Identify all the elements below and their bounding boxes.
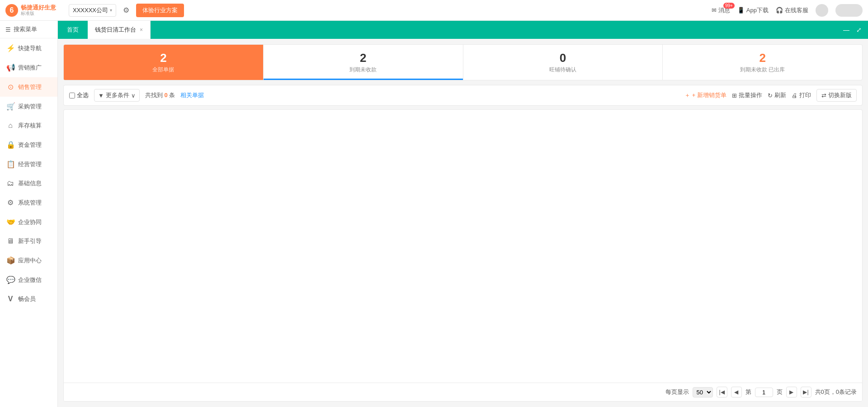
stat-card-overdue-unpaid[interactable]: 2 到期未收款 — [264, 45, 463, 80]
stat-count-pending: 0 — [472, 51, 654, 65]
company-name: XXXXXX公司 — [73, 6, 108, 14]
sidebar-item-marketing[interactable]: 📢 营销推广 — [0, 58, 57, 77]
header-left: 6 畅捷通好生意 标准版 XXXXXX公司 ▾ ⚙ 体验行业方案 — [5, 4, 184, 17]
switch-version-button[interactable]: ⇄ 切换新版 — [816, 89, 857, 102]
stat-card-pending-confirm[interactable]: 0 旺铺待确认 — [463, 45, 663, 80]
system-icon: ⚙ — [6, 198, 14, 207]
header-right: ✉ 消息 99+ 📱 App下载 🎧 在线客服 — [712, 4, 863, 17]
page-content: 2 全部单据 2 到期未收款 0 旺铺待确认 2 到期未收款 已出库 — [58, 39, 868, 407]
sales-icon: ⊙ — [6, 83, 14, 91]
sidebar-item-label: 企业微信 — [18, 276, 42, 284]
page-last-button[interactable]: ▶| — [801, 387, 811, 398]
tab-maximize-button[interactable]: ⤢ — [854, 24, 864, 35]
sidebar-item-label: 销售管理 — [18, 83, 42, 91]
sidebar-item-member[interactable]: V 畅会员 — [0, 290, 57, 309]
sidebar: ☰ 搜索菜单 ⚡ 快捷导航 📢 营销推广 ⊙ 销售管理 🛒 采购管理 ⌂ 库存核… — [0, 21, 58, 407]
add-sale-order-button[interactable]: ＋ + 新增销货单 — [684, 91, 726, 99]
tab-minimize-button[interactable]: — — [841, 24, 852, 35]
add-icon: ＋ — [684, 91, 690, 99]
sidebar-item-quick-nav[interactable]: ⚡ 快捷导航 — [0, 38, 57, 58]
sidebar-item-wechat[interactable]: 💬 企业微信 — [0, 270, 57, 290]
search-menu-label: 搜索菜单 — [14, 25, 37, 33]
batch-operation-button[interactable]: ⊞ 批量操作 — [732, 91, 762, 99]
page-total: 共0页，0条记录 — [815, 388, 857, 396]
stat-label-all: 全部单据 — [73, 66, 254, 74]
app-download-button[interactable]: 📱 App下载 — [737, 6, 769, 14]
sidebar-item-app-center[interactable]: 📦 应用中心 — [0, 251, 57, 270]
found-text: 共找到 0 条 — [145, 91, 175, 99]
sidebar-item-operations[interactable]: 📋 经营管理 — [0, 154, 57, 174]
stat-count-overdue-unpaid: 2 — [273, 51, 454, 65]
logo-text: 畅捷通好生意 标准版 — [21, 4, 56, 17]
search-menu-button[interactable]: ☰ 搜索菜单 — [0, 21, 57, 38]
print-label: 打印 — [799, 91, 811, 99]
batch-icon: ⊞ — [732, 92, 737, 99]
company-selector[interactable]: XXXXXX公司 ▾ — [69, 4, 116, 17]
brand-sub: 标准版 — [21, 11, 56, 16]
select-all-checkbox[interactable]: 全选 — [69, 91, 89, 99]
sidebar-item-guide[interactable]: 🖥 新手引导 — [0, 232, 57, 251]
page-size-select[interactable]: 50 — [693, 387, 713, 398]
page-prev-button[interactable]: ◀ — [731, 387, 742, 398]
stat-count-unshipped: 2 — [672, 51, 853, 65]
service-icon: 🎧 — [776, 7, 783, 14]
logo-icon: 6 — [5, 4, 18, 17]
tab-close-button[interactable]: × — [140, 27, 143, 33]
filter-button[interactable]: ▼ 更多条件 ∨ — [94, 89, 140, 102]
select-all-input[interactable] — [69, 93, 75, 98]
sidebar-item-label: 系统管理 — [18, 199, 42, 207]
quick-nav-icon: ⚡ — [6, 44, 14, 52]
message-icon: ✉ — [712, 7, 717, 14]
sidebar-item-label: 快捷导航 — [18, 44, 42, 52]
settings-button[interactable]: ⚙ — [120, 4, 132, 17]
stat-label-overdue-unpaid: 到期未收款 — [273, 66, 454, 74]
refresh-icon: ↻ — [768, 92, 773, 99]
online-service-label: 在线客服 — [785, 6, 808, 14]
sidebar-item-sales[interactable]: ⊙ 销售管理 — [0, 77, 57, 97]
sidebar-item-basic-info[interactable]: 🗂 基础信息 — [0, 174, 57, 193]
tab-active[interactable]: 钱货日清工作台 × — [88, 21, 151, 39]
stat-card-overdue-unshipped[interactable]: 2 到期未收款 已出库 — [663, 45, 862, 80]
avatar[interactable] — [816, 4, 828, 17]
tab-controls: — ⤢ — [841, 24, 868, 35]
page-input[interactable] — [755, 388, 773, 397]
found-count: 0 — [165, 92, 168, 98]
tab-bar: 首页 钱货日清工作台 × — ⤢ — [58, 21, 868, 39]
switch-label: 切换新版 — [828, 91, 852, 99]
switch-icon: ⇄ — [821, 92, 826, 99]
sidebar-item-inventory[interactable]: ⌂ 库存核算 — [0, 116, 57, 135]
add-label: + 新增销货单 — [692, 91, 726, 99]
logo-area: 6 畅捷通好生意 标准版 — [5, 4, 56, 17]
sidebar-item-label: 新手引导 — [18, 237, 42, 245]
stat-card-all[interactable]: 2 全部单据 — [64, 45, 264, 80]
sidebar-item-cooperation[interactable]: 🤝 企业协同 — [0, 212, 57, 232]
download-icon: 📱 — [737, 7, 745, 14]
sidebar-item-label: 采购管理 — [18, 103, 42, 111]
inventory-icon: ⌂ — [6, 122, 14, 130]
app-download-label: App下载 — [746, 6, 769, 14]
online-service-button[interactable]: 🎧 在线客服 — [776, 6, 808, 14]
sidebar-item-label: 营销推广 — [18, 64, 42, 72]
tab-home[interactable]: 首页 — [58, 21, 88, 39]
page-next-button[interactable]: ▶ — [786, 387, 797, 398]
experience-button[interactable]: 体验行业方案 — [136, 4, 184, 17]
related-link[interactable]: 相关单据 — [180, 91, 204, 99]
stat-label-pending: 旺铺待确认 — [472, 66, 654, 74]
refresh-button[interactable]: ↻ 刷新 — [768, 91, 786, 99]
table-empty-message — [64, 110, 862, 383]
sidebar-item-label: 应用中心 — [18, 257, 42, 265]
sidebar-item-finance[interactable]: 🔒 资金管理 — [0, 135, 57, 154]
stat-underline-overdue — [264, 79, 463, 80]
sidebar-item-system[interactable]: ⚙ 系统管理 — [0, 193, 57, 212]
page-first-button[interactable]: |◀ — [717, 387, 727, 398]
finance-icon: 🔒 — [6, 140, 14, 149]
member-icon: V — [6, 295, 14, 303]
table-area: 每页显示 50 |◀ ◀ 第 页 ▶ ▶| 共0页，0条记录 — [63, 109, 863, 402]
sidebar-item-label: 库存核算 — [18, 122, 42, 130]
header: 6 畅捷通好生意 标准版 XXXXXX公司 ▾ ⚙ 体验行业方案 ✉ 消息 99… — [0, 0, 868, 21]
sidebar-item-purchase[interactable]: 🛒 采购管理 — [0, 97, 57, 116]
found-prefix: 共找到 — [145, 92, 163, 98]
username-display[interactable] — [835, 4, 863, 17]
print-button[interactable]: 🖨 打印 — [792, 91, 811, 99]
message-button[interactable]: ✉ 消息 99+ — [712, 6, 730, 14]
